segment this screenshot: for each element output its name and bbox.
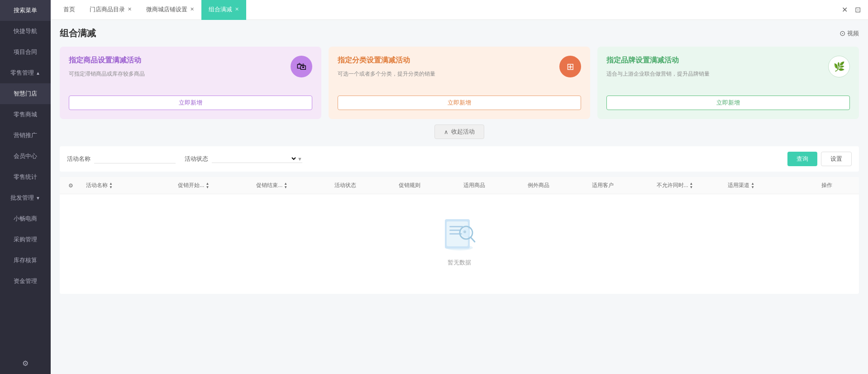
filter-row: 活动名称 活动状态 进行中 未开始 已结束 ▼ 查询 设置	[60, 146, 859, 172]
th-customer: 适用客户	[587, 182, 652, 189]
category-add-button[interactable]: 立即新增	[338, 96, 581, 110]
sidebar-item-stats[interactable]: 零售统计	[0, 167, 51, 187]
sidebar: 搜索菜单 快捷导航 项目合同 零售管理 ▲ 智慧门店 零售商城 营销推广 会员中…	[0, 0, 51, 374]
content-area: 组合满减 ⊙ 视频 🛍 指定商品设置满减活动 可指定滞销商品或库存较多商品 立即…	[51, 20, 868, 374]
th-gear[interactable]: ⚙	[60, 182, 81, 189]
goods-card-title: 指定商品设置满减活动	[69, 56, 312, 65]
tab-catalog-close-icon[interactable]: ✕	[128, 6, 132, 12]
tab-home[interactable]: 首页	[56, 0, 82, 20]
card-brand: 🌿 指定品牌设置满减活动 适合与上游企业联合做营销，提升品牌销量 立即新增	[597, 47, 859, 119]
empty-text: 暂无数据	[448, 259, 471, 267]
page-title: 组合满减	[60, 27, 96, 39]
page-header: 组合满减 ⊙ 视频	[60, 27, 859, 39]
brand-add-button[interactable]: 立即新增	[606, 96, 850, 110]
th-start: 促销开始... ▲▼	[173, 182, 252, 189]
tab-wechat[interactable]: 微商城店铺设置 ✕	[139, 0, 201, 20]
category-card-desc: 可选一个或者多个分类，提升分类的销量	[338, 70, 581, 88]
empty-state: 暂无数据	[60, 194, 859, 294]
tab-bar: 首页 门店商品目录 ✕ 微商城店铺设置 ✕ 组合满减 ✕ ✕ ⊡	[51, 0, 868, 20]
expand-window-button[interactable]: ⊡	[853, 4, 863, 16]
th-goods: 适用商品	[459, 182, 523, 189]
sidebar-item-retailmall[interactable]: 零售商城	[0, 104, 51, 125]
svg-point-7	[462, 228, 471, 237]
th-notallow: 不允许同时... ▲▼	[652, 182, 724, 189]
brand-card-icon: 🌿	[828, 56, 850, 77]
collapse-bar: ∧ 收起活动	[60, 125, 859, 139]
th-end: 促销结束... ▲▼	[252, 182, 330, 189]
data-table: ⚙ 活动名称 ▲▼ 促销开始... ▲▼ 促销结束... ▲▼ 活动状态 促销	[60, 177, 859, 294]
tab-wechat-close-icon[interactable]: ✕	[190, 6, 194, 12]
sort-end-icon[interactable]: ▲▼	[284, 182, 287, 189]
th-name: 活动名称 ▲▼	[81, 182, 173, 189]
sort-start-icon[interactable]: ▲▼	[205, 182, 209, 189]
query-button[interactable]: 查询	[787, 152, 817, 166]
sidebar-item-member[interactable]: 会员中心	[0, 146, 51, 167]
sidebar-item-smartstore[interactable]: 智慧门店	[0, 83, 51, 104]
sidebar-item-xiaochang[interactable]: 小畅电商	[0, 208, 51, 229]
video-link[interactable]: ⊙ 视频	[839, 29, 859, 38]
retail-arrow-icon: ▲	[36, 71, 40, 76]
category-card-icon: ⊞	[559, 56, 581, 77]
th-op: 操作	[795, 182, 859, 189]
sidebar-item-quicknav[interactable]: 快捷导航	[0, 21, 51, 42]
tab-combo[interactable]: 组合满减 ✕	[201, 0, 246, 20]
svg-point-9	[463, 230, 466, 233]
sort-name-icon[interactable]: ▲▼	[109, 182, 113, 189]
sidebar-item-finance[interactable]: 资金管理	[0, 271, 51, 292]
play-circle-icon: ⊙	[839, 29, 845, 38]
sidebar-item-inventory[interactable]: 库存核算	[0, 250, 51, 271]
table-header: ⚙ 活动名称 ▲▼ 促销开始... ▲▼ 促销结束... ▲▼ 活动状态 促销	[60, 177, 859, 194]
activity-status-select-wrapper: 进行中 未开始 已结束 ▼	[212, 155, 302, 163]
svg-rect-3	[449, 226, 463, 227]
sort-channel-icon[interactable]: ▲▼	[751, 182, 754, 189]
filter-name: 活动名称	[67, 154, 176, 163]
sidebar-item-search[interactable]: 搜索菜单	[0, 0, 51, 21]
settings-button[interactable]: 设置	[821, 152, 852, 166]
main-content: 首页 门店商品目录 ✕ 微商城店铺设置 ✕ 组合满减 ✕ ✕ ⊡ 组合满减 ⊙ …	[51, 0, 868, 374]
activity-name-input[interactable]	[94, 154, 176, 163]
card-goods: 🛍 指定商品设置满减活动 可指定滞销商品或库存较多商品 立即新增	[60, 47, 321, 119]
tab-combo-close-icon[interactable]: ✕	[235, 6, 239, 12]
th-rule: 促销规则	[394, 182, 458, 189]
svg-line-8	[471, 237, 475, 242]
activity-status-select[interactable]: 进行中 未开始 已结束	[212, 155, 297, 163]
sidebar-item-retail[interactable]: 零售管理 ▲	[0, 62, 51, 83]
th-status: 活动状态	[330, 182, 394, 189]
card-category: ⊞ 指定分类设置满减活动 可选一个或者多个分类，提升分类的销量 立即新增	[329, 47, 590, 119]
brand-card-desc: 适合与上游企业联合做营销，提升品牌销量	[606, 70, 850, 88]
filter-status: 活动状态 进行中 未开始 已结束 ▼	[185, 155, 302, 163]
tab-bar-actions: ✕ ⊡	[840, 4, 863, 16]
empty-illustration	[437, 212, 482, 253]
collapse-button[interactable]: ∧ 收起活动	[434, 125, 484, 139]
sidebar-item-marketing[interactable]: 营销推广	[0, 125, 51, 146]
sidebar-item-project[interactable]: 项目合同	[0, 42, 51, 62]
sort-notallow-icon[interactable]: ▲▼	[690, 182, 693, 189]
close-window-button[interactable]: ✕	[840, 4, 849, 16]
promotion-cards: 🛍 指定商品设置满减活动 可指定滞销商品或库存较多商品 立即新增 ⊞ 指定分类设…	[60, 47, 859, 119]
goods-card-icon: 🛍	[291, 56, 312, 77]
dropdown-arrow-icon: ▼	[297, 156, 302, 162]
th-channel: 适用渠道 ▲▼	[723, 182, 795, 189]
wholesale-arrow-icon: ▼	[36, 196, 40, 201]
sidebar-item-wholesale[interactable]: 批发管理 ▼	[0, 187, 51, 208]
settings-icon[interactable]: ⚙	[0, 353, 51, 374]
brand-card-title: 指定品牌设置满减活动	[606, 56, 850, 65]
sidebar-item-purchase[interactable]: 采购管理	[0, 229, 51, 250]
th-except: 例外商品	[523, 182, 587, 189]
collapse-icon: ∧	[444, 129, 448, 135]
tab-catalog[interactable]: 门店商品目录 ✕	[82, 0, 139, 20]
filter-actions: 查询 设置	[787, 152, 852, 166]
svg-rect-4	[449, 230, 461, 231]
category-card-title: 指定分类设置满减活动	[338, 56, 581, 65]
goods-add-button[interactable]: 立即新增	[69, 96, 312, 110]
goods-card-desc: 可指定滞销商品或库存较多商品	[69, 70, 312, 88]
